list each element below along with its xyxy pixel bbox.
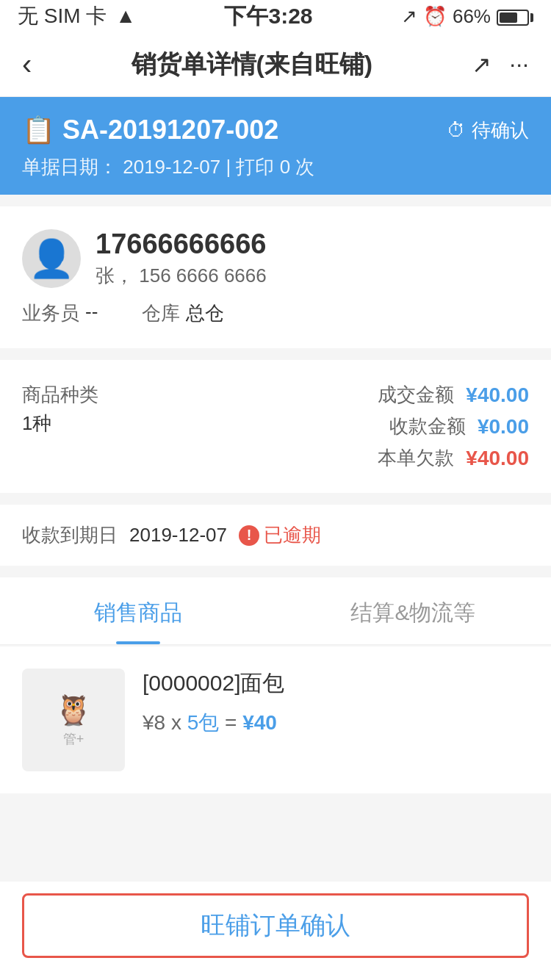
battery-percentage: 66% — [453, 5, 491, 28]
price-qty: 5包 — [187, 711, 220, 734]
owed-amount-row: 本单欠款 ¥40.00 — [378, 445, 529, 471]
product-type-value: 1种 — [22, 411, 98, 436]
customer-card: 👤 17666666666 张， 156 6666 6666 业务员 -- 仓库… — [0, 206, 551, 348]
trading-amount-label: 成交金额 — [378, 382, 454, 408]
due-date-label: 收款到期日 — [22, 522, 118, 548]
confirm-button-label: 旺铺订单确认 — [201, 909, 350, 943]
received-amount-value: ¥0.00 — [478, 415, 529, 439]
product-info: [0000002]面包 ¥8 x 5包 = ¥40 — [143, 669, 529, 737]
customer-avatar: 👤 — [22, 229, 81, 288]
order-print-info: | 打印 0 次 — [226, 156, 314, 178]
due-date-value: 2019-12-07 — [129, 524, 227, 547]
wifi-icon: ▲ — [115, 4, 136, 28]
sales-rep-value: -- — [85, 300, 98, 326]
owed-amount-value: ¥40.00 — [466, 447, 529, 470]
tab-settlement-label: 结算&物流等 — [350, 600, 475, 624]
tab-sales-products[interactable]: 销售商品 — [0, 577, 276, 644]
order-date-info: 单据日期： 2019-12-07 | 打印 0 次 — [22, 154, 529, 180]
share-icon[interactable]: ↗ — [472, 51, 491, 79]
customer-row: 👤 17666666666 张， 156 6666 6666 — [22, 228, 529, 289]
tab-sales-products-label: 销售商品 — [94, 600, 182, 624]
sales-rep-label: 业务员 — [22, 300, 79, 326]
customer-detail: 张， 156 6666 6666 — [96, 263, 267, 289]
price-unit: ¥8 — [143, 711, 165, 734]
product-price: ¥8 x 5包 = ¥40 — [143, 709, 529, 737]
due-date-card: 收款到期日 2019-12-07 ! 已逾期 — [0, 505, 551, 566]
overdue-exclamation-icon: ! — [239, 525, 259, 546]
order-id-text: SA-20191207-002 — [62, 115, 278, 145]
customer-info: 17666666666 张， 156 6666 6666 — [96, 228, 267, 289]
trading-amount-row: 成交金额 ¥40.00 — [378, 382, 529, 408]
back-button[interactable]: ‹ — [22, 48, 32, 81]
order-status: ⏱ 待确认 — [447, 118, 529, 143]
location-icon: ↗ — [401, 5, 417, 28]
avatar-icon: 👤 — [29, 237, 74, 280]
nav-actions: ↗ ··· — [472, 51, 529, 79]
stats-right: 成交金额 ¥40.00 收款金额 ¥0.00 本单欠款 ¥40.00 — [378, 382, 529, 471]
sales-rep-item: 业务员 -- — [22, 300, 98, 326]
order-id: 📋 SA-20191207-002 — [22, 115, 278, 145]
status-bar-right: ↗ ⏰ 66% — [401, 5, 533, 28]
product-logo-icon: 🦉 — [55, 693, 92, 727]
customer-alt-phone: 156 6666 6666 — [139, 264, 267, 287]
received-amount-row: 收款金额 ¥0.00 — [389, 414, 529, 439]
price-multiply: x — [171, 711, 187, 734]
confirm-order-button[interactable]: 旺铺订单确认 — [22, 893, 529, 958]
owed-amount-label: 本单欠款 — [378, 445, 454, 471]
stats-card: 商品种类 1种 成交金额 ¥40.00 收款金额 ¥0.00 本单欠款 ¥40.… — [0, 360, 551, 493]
stats-left: 商品种类 1种 — [22, 382, 98, 436]
order-date-label: 单据日期： — [22, 156, 118, 178]
status-bar-left: 无 SIM 卡 ▲ — [18, 2, 136, 30]
status-bar: 无 SIM 卡 ▲ 下午3:28 ↗ ⏰ 66% — [0, 0, 551, 32]
tabs-container: 销售商品 结算&物流等 — [0, 577, 551, 645]
product-thumbnail: 🦉 管+ — [22, 669, 125, 771]
overdue-text: 已逾期 — [264, 522, 321, 548]
order-date-value: 2019-12-07 — [123, 156, 220, 178]
alarm-icon: ⏰ — [423, 5, 447, 28]
carrier-text: 无 SIM 卡 — [18, 2, 107, 30]
status-text: 待确认 — [472, 118, 529, 143]
nav-bar: ‹ 销货单详情(来自旺铺) ↗ ··· — [0, 32, 551, 97]
warehouse-item: 仓库 总仓 — [142, 300, 224, 326]
order-header-banner: 📋 SA-20191207-002 ⏱ 待确认 单据日期： 2019-12-07… — [0, 97, 551, 195]
page-title: 销货单详情(来自旺铺) — [132, 48, 373, 82]
customer-name-text: 张 — [96, 264, 115, 287]
tab-settlement-logistics[interactable]: 结算&物流等 — [276, 577, 551, 644]
trading-amount-value: ¥40.00 — [466, 383, 529, 407]
price-equals: = — [225, 711, 242, 734]
tab-underline — [116, 641, 160, 644]
warehouse-label: 仓库 — [142, 300, 180, 326]
product-item[interactable]: 🦉 管+ [0000002]面包 ¥8 x 5包 = ¥40 — [0, 646, 551, 793]
order-id-icon: 📋 — [22, 115, 55, 145]
status-bar-time: 下午3:28 — [224, 1, 312, 32]
battery-icon — [497, 5, 533, 28]
product-name: [0000002]面包 — [143, 669, 529, 699]
order-id-row: 📋 SA-20191207-002 ⏱ 待确认 — [22, 115, 529, 145]
overdue-badge: ! 已逾期 — [239, 522, 321, 548]
customer-meta: 业务员 -- 仓库 总仓 — [22, 300, 529, 326]
product-thumb-logo: 🦉 管+ — [55, 693, 92, 748]
more-icon[interactable]: ··· — [509, 51, 529, 78]
product-type-label: 商品种类 — [22, 382, 98, 408]
bottom-bar: 旺铺订单确认 — [0, 882, 551, 980]
customer-phone: 17666666666 — [96, 228, 267, 260]
received-amount-label: 收款金额 — [389, 414, 466, 439]
warehouse-value: 总仓 — [186, 300, 224, 326]
product-section: 🦉 管+ [0000002]面包 ¥8 x 5包 = ¥40 — [0, 646, 551, 793]
price-total: ¥40 — [242, 711, 277, 734]
status-clock-icon: ⏱ — [447, 119, 466, 142]
